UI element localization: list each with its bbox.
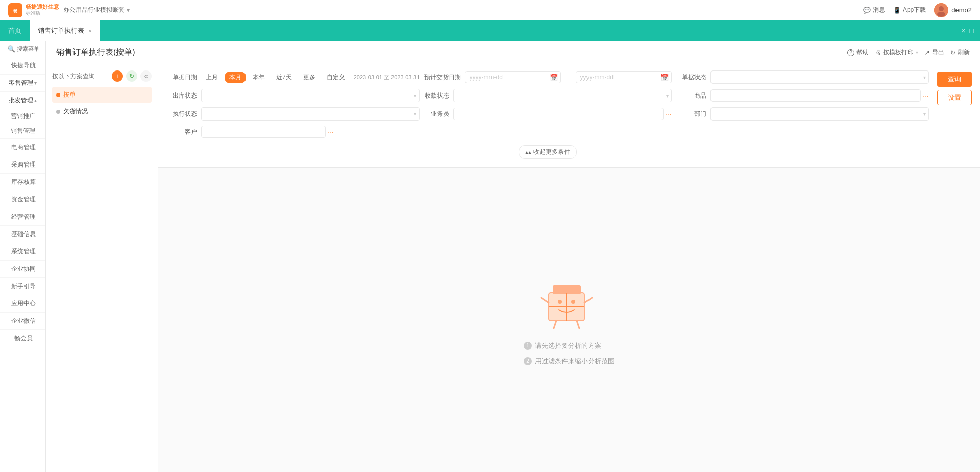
custom-btn[interactable]: 自定义 <box>322 72 350 83</box>
sidebar-purchase-label: 采购管理 <box>11 160 36 169</box>
export-button[interactable]: ↗ 导出 <box>924 48 944 57</box>
filter-panel: 按以下方案查询 + ↻ « <box>46 64 158 472</box>
sidebar-item-retail[interactable]: 零售管理 ▾ <box>0 75 45 91</box>
sidebar-inventory-label: 库存核算 <box>11 178 36 186</box>
tab-sales-order[interactable]: 销售订单执行表 × <box>30 20 100 41</box>
last-month-btn[interactable]: 上月 <box>201 72 223 83</box>
sidebar-item-ecommerce[interactable]: 电商管理 <box>0 139 45 156</box>
help-icon: ? <box>847 49 854 56</box>
filter-item-dot-gray <box>56 110 60 114</box>
query-button[interactable]: 查询 <box>937 72 972 87</box>
svg-line-14 <box>584 298 592 303</box>
sidebar-quicknav-label: 快捷导航 <box>11 61 36 70</box>
maximize-button[interactable]: □ <box>970 27 974 35</box>
customer-wrapper: ··· <box>201 126 334 138</box>
tip-num-1: 1 <box>524 342 532 350</box>
tab-close-icon[interactable]: × <box>88 28 91 34</box>
sidebar-item-quicknav[interactable]: 快捷导航 <box>0 57 45 74</box>
tab-bar: 首页 销售订单执行表 × × □ <box>0 20 980 41</box>
sidebar-system-group: 系统管理 <box>0 243 45 261</box>
sidebar-item-sales[interactable]: 销售管理 <box>0 124 45 138</box>
sidebar-item-appcenter[interactable]: 应用中心 <box>0 295 45 312</box>
payment-status-select[interactable] <box>453 89 672 102</box>
sidebar-item-wholesale[interactable]: 批发管理 ▴ <box>0 92 45 109</box>
dept-select[interactable] <box>710 107 929 121</box>
last7-btn[interactable]: 近7天 <box>272 72 297 83</box>
sidebar-item-member[interactable]: 畅会员 <box>0 330 45 347</box>
sidebar-item-system[interactable]: 系统管理 <box>0 243 45 260</box>
tab-sales-order-label: 销售订单执行表 <box>38 26 84 35</box>
filter-refresh-button[interactable]: ↻ <box>126 70 137 82</box>
filter-item-by-order-label: 按单 <box>63 90 76 99</box>
help-label: 帮助 <box>856 48 869 57</box>
tab-home[interactable]: 首页 <box>0 20 30 41</box>
settings-button[interactable]: 设置 <box>937 90 972 105</box>
out-status-label: 出库状态 <box>166 91 197 100</box>
top-navigation: 畅 畅捷通好生意 标准版 办公用品行业模拟账套 ▾ 💬 消息 📱 App下载 <box>0 0 980 20</box>
goods-input[interactable] <box>710 89 921 102</box>
this-month-btn[interactable]: 本月 <box>225 72 246 83</box>
refresh-button[interactable]: ↻ 刷新 <box>950 48 970 57</box>
sidebar-item-newbie[interactable]: 新手引导 <box>0 278 45 295</box>
collapse-btn-label: 收起更多条件 <box>533 148 570 156</box>
app-download-button[interactable]: 📱 App下载 <box>893 6 926 14</box>
order-status-select[interactable] <box>710 70 929 84</box>
sidebar-corpwechat-group: 企业微信 <box>0 313 45 330</box>
sidebar-appcenter-group: 应用中心 <box>0 295 45 313</box>
customer-input[interactable] <box>201 126 326 138</box>
salesperson-input[interactable] <box>453 108 664 120</box>
sidebar-item-marketing[interactable]: 营销推广 <box>0 109 45 124</box>
message-button[interactable]: 💬 消息 <box>863 6 885 14</box>
breadcrumb-dropdown-icon[interactable]: ▾ <box>127 7 130 14</box>
app-download-label: App下载 <box>903 6 926 14</box>
filter-collapse-icon: « <box>144 73 148 80</box>
help-button[interactable]: ? 帮助 <box>847 48 869 57</box>
goods-ellipsis-icon[interactable]: ··· <box>923 91 929 100</box>
filter-fields: 单据日期 上月 本月 本年 近7天 更多 自定义 <box>166 70 929 161</box>
expected-date-start-input[interactable] <box>465 71 561 83</box>
expected-date-end-input[interactable] <box>576 71 672 83</box>
filter-list-container: 按以下方案查询 + ↻ « <box>46 64 980 472</box>
sidebar-item-finance[interactable]: 资金管理 <box>0 191 45 208</box>
sidebar-appcenter-label: 应用中心 <box>11 299 36 308</box>
filter-item-by-order[interactable]: 按单 <box>52 87 152 103</box>
sidebar-inventory-group: 库存核算 <box>0 174 45 191</box>
app-logo: 畅 <box>8 3 22 17</box>
out-status-select[interactable] <box>201 89 420 102</box>
sidebar-item-purchase[interactable]: 采购管理 <box>0 156 45 173</box>
app-sub-text: 标准版 <box>26 10 59 16</box>
more-btn[interactable]: 更多 <box>299 72 320 83</box>
sidebar-item-corp[interactable]: 企业协同 <box>0 261 45 277</box>
print-button[interactable]: 🖨 按模板打印 ▾ <box>875 48 918 57</box>
date-filter-label: 单据日期 <box>166 73 197 82</box>
sidebar-item-basic[interactable]: 基础信息 <box>0 226 45 243</box>
sidebar-item-ops[interactable]: 经营管理 <box>0 208 45 225</box>
filter-add-button[interactable]: + <box>112 70 123 82</box>
exec-status-select[interactable] <box>201 107 420 121</box>
user-menu[interactable]: demo2 <box>934 3 972 17</box>
sidebar-ops-group: 经营管理 <box>0 208 45 226</box>
sidebar-newbie-group: 新手引导 <box>0 278 45 295</box>
filter-item-shortage[interactable]: 欠货情况 <box>52 104 152 120</box>
collapse-more-button[interactable]: ▴▴ 收起更多条件 <box>519 145 577 159</box>
empty-illustration <box>538 270 600 331</box>
filter-collapse-button[interactable]: « <box>140 70 152 82</box>
svg-line-12 <box>577 321 579 328</box>
customer-ellipsis-icon[interactable]: ··· <box>328 128 334 136</box>
sidebar-item-corpwechat[interactable]: 企业微信 <box>0 313 45 329</box>
svg-text:畅: 畅 <box>13 9 17 13</box>
date-end-box: 📅 <box>576 71 672 83</box>
salesperson-ellipsis-icon[interactable]: ··· <box>666 110 672 118</box>
dept-wrapper: ▾ <box>710 107 929 121</box>
message-icon: 💬 <box>863 7 871 14</box>
sidebar-basic-label: 基础信息 <box>11 230 36 239</box>
filter-refresh-icon: ↻ <box>129 73 134 80</box>
this-year-btn[interactable]: 本年 <box>248 72 270 83</box>
salesperson-wrapper: ··· <box>453 108 672 120</box>
sidebar-wholesale-chevron: ▴ <box>34 98 37 103</box>
minimize-button[interactable]: × <box>961 27 965 35</box>
sidebar-corp-label: 企业协同 <box>11 265 36 273</box>
sidebar-ops-label: 经营管理 <box>11 213 36 221</box>
sidebar-search[interactable]: 🔍 搜索菜单 <box>0 41 45 57</box>
sidebar-item-inventory[interactable]: 库存核算 <box>0 174 45 191</box>
